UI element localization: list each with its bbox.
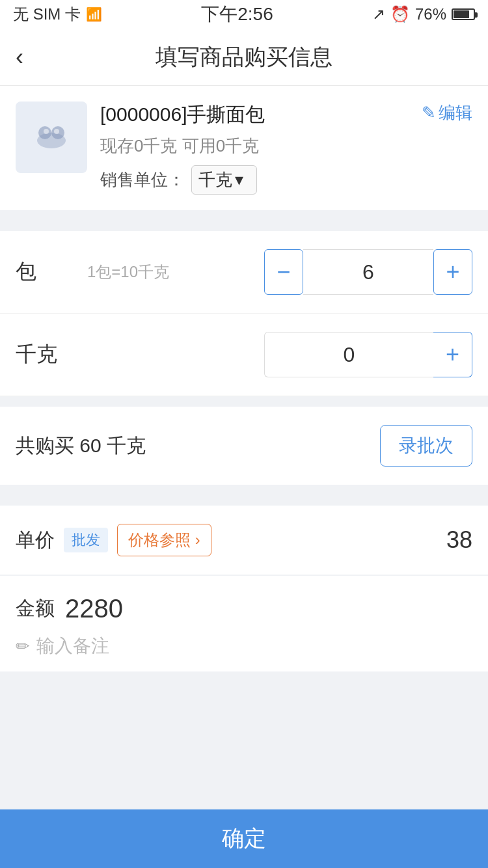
price-value: 38 <box>446 526 472 554</box>
pack-qty-input[interactable] <box>303 249 433 295</box>
kg-qty-control: + <box>264 332 472 377</box>
alarm-icon: ⏰ <box>390 5 410 23</box>
section-divider-2 <box>0 396 488 407</box>
section-divider-3 <box>0 485 488 495</box>
wifi-icon: 📶 <box>86 7 102 22</box>
section-divider-1 <box>0 221 488 231</box>
status-right: ↗ ⏰ 76% <box>372 5 475 23</box>
amount-label: 金额 <box>16 595 55 622</box>
unit-label: 销售单位： <box>100 169 185 191</box>
chevron-down-icon: ▾ <box>235 170 243 190</box>
page-title: 填写商品购买信息 <box>156 42 332 72</box>
unit-select[interactable]: 千克 ▾ <box>191 165 257 195</box>
pack-plus-button[interactable]: + <box>433 249 472 295</box>
unit-value: 千克 <box>198 169 232 191</box>
record-batch-button[interactable]: 录批次 <box>380 425 472 467</box>
remark-placeholder: 输入备注 <box>36 634 109 658</box>
product-card: [0000006]手撕面包 ✎ 编辑 现存0千克 可用0千克 销售单位： 千克 … <box>0 86 488 210</box>
confirm-label: 确定 <box>222 824 266 854</box>
kg-row: 千克 + <box>0 314 488 396</box>
status-time: 下午2:56 <box>201 2 273 27</box>
product-name: [0000006]手撕面包 <box>100 102 422 128</box>
product-info: [0000006]手撕面包 ✎ 编辑 现存0千克 可用0千克 销售单位： 千克 … <box>100 102 472 195</box>
content: [0000006]手撕面包 ✎ 编辑 现存0千克 可用0千克 销售单位： 千克 … <box>0 86 488 867</box>
product-stock: 现存0千克 可用0千克 <box>100 135 472 157</box>
price-ref-button[interactable]: 价格参照 › <box>117 524 211 556</box>
location-icon: ↗ <box>372 5 385 23</box>
battery-bar <box>452 8 475 20</box>
svg-point-4 <box>54 129 59 134</box>
edit-button[interactable]: ✎ 编辑 <box>422 102 472 124</box>
confirm-button[interactable]: 确定 <box>0 809 488 868</box>
price-section: 单价 批发 价格参照 › 38 <box>0 506 488 575</box>
status-left: 无 SIM 卡 📶 <box>13 4 102 25</box>
pack-row: 包 1包=10千克 − + <box>0 231 488 314</box>
status-bar: 无 SIM 卡 📶 下午2:56 ↗ ⏰ 76% <box>0 0 488 29</box>
nav-bar: ‹ 填写商品购买信息 <box>0 29 488 86</box>
back-button[interactable]: ‹ <box>16 46 23 69</box>
battery-label: 76% <box>415 5 446 23</box>
input-section: 包 1包=10千克 − + 千克 + <box>0 231 488 396</box>
edit-label: 编辑 <box>439 102 472 124</box>
product-unit-row: 销售单位： 千克 ▾ <box>100 165 472 195</box>
price-tag: 批发 <box>64 528 108 552</box>
edit-icon: ✎ <box>422 103 436 123</box>
total-text: 共购买 60 千克 <box>16 433 146 459</box>
amount-section: 金额 2280 ✏ 输入备注 <box>0 576 488 671</box>
pencil-icon: ✏ <box>16 636 30 657</box>
sim-label: 无 SIM 卡 <box>13 4 81 25</box>
svg-point-3 <box>44 129 49 134</box>
pack-hint: 1包=10千克 <box>87 262 264 282</box>
svg-point-2 <box>37 133 66 148</box>
price-label: 单价 <box>16 527 55 554</box>
product-thumbnail <box>16 102 87 173</box>
pack-minus-button[interactable]: − <box>264 249 303 295</box>
kg-qty-input[interactable] <box>264 332 433 377</box>
amount-row: 金额 2280 <box>16 594 472 623</box>
total-row: 共购买 60 千克 录批次 <box>0 407 488 485</box>
amount-value: 2280 <box>65 594 123 623</box>
pack-qty-control: − + <box>264 249 472 295</box>
kg-label: 千克 <box>16 340 81 369</box>
kg-plus-button[interactable]: + <box>433 332 472 377</box>
product-name-row: [0000006]手撕面包 ✎ 编辑 <box>100 102 472 128</box>
pack-label: 包 <box>16 258 81 286</box>
remark-row[interactable]: ✏ 输入备注 <box>16 634 472 658</box>
price-label-group: 单价 批发 价格参照 › <box>16 524 211 556</box>
